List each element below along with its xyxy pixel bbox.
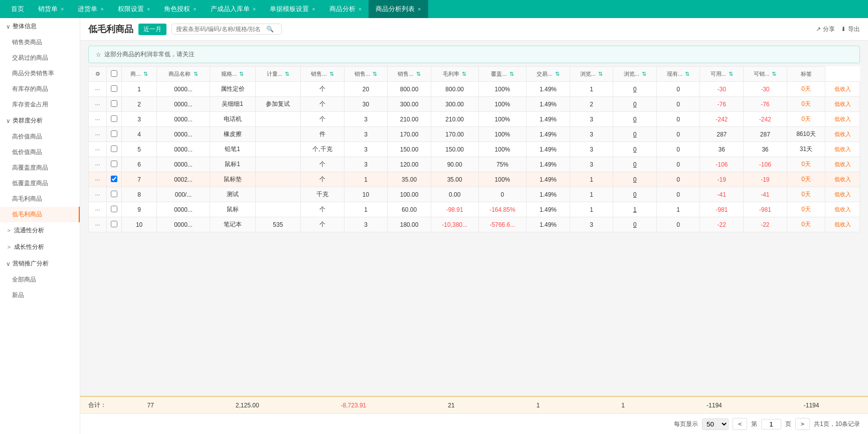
col-transactions[interactable]: 交易... ⇅ bbox=[527, 67, 570, 82]
sidebar-item-inventory-goods[interactable]: 有库存的商品 bbox=[0, 81, 80, 97]
views1-link[interactable]: 0 bbox=[633, 221, 637, 228]
col-views1[interactable]: 浏览... ⇅ bbox=[570, 67, 613, 82]
sidebar-item-low-margin[interactable]: 低毛利商品 bbox=[0, 207, 80, 222]
views1-link[interactable]: 0 bbox=[633, 161, 637, 168]
cell-checkbox[interactable] bbox=[107, 172, 122, 187]
row-checkbox[interactable] bbox=[111, 221, 117, 227]
views1-link[interactable]: 0 bbox=[633, 116, 637, 123]
row-checkbox[interactable] bbox=[111, 176, 117, 182]
sidebar-item-traded-goods[interactable]: 交易过的商品 bbox=[0, 50, 80, 66]
sidebar-section-cluster-title[interactable]: ∨ 类群度分析 bbox=[0, 112, 80, 129]
cell-checkbox[interactable] bbox=[107, 127, 122, 142]
cell-views1[interactable]: 0 bbox=[613, 82, 657, 97]
sidebar-item-sales-goods[interactable]: 销售类商品 bbox=[0, 35, 80, 50]
per-page-select[interactable]: 10 20 50 100 bbox=[702, 418, 729, 430]
sidebar-item-low-value[interactable]: 低价值商品 bbox=[0, 144, 80, 160]
nav-product-analysis[interactable]: 商品分析 × bbox=[322, 0, 369, 18]
nav-purchase-order[interactable]: 进货单 × bbox=[71, 0, 110, 18]
cell-settings[interactable]: ··· bbox=[89, 217, 107, 232]
time-filter-button[interactable]: 近一月 bbox=[138, 24, 166, 35]
sidebar-section-growth-title[interactable]: ＞ 成长性分析 bbox=[0, 239, 80, 255]
views1-link[interactable]: 0 bbox=[633, 191, 637, 198]
sidebar-item-all-goods[interactable]: 全部商品 bbox=[0, 272, 80, 287]
nav-sales-order[interactable]: 销货单 × bbox=[31, 0, 71, 18]
nav-role-auth[interactable]: 角色授权 × bbox=[157, 0, 203, 18]
views1-link[interactable]: 1 bbox=[633, 206, 637, 213]
nav-permission-settings[interactable]: 权限设置 × bbox=[111, 0, 157, 18]
cell-views1[interactable]: 0 bbox=[613, 112, 657, 127]
cell-checkbox[interactable] bbox=[107, 157, 122, 172]
sidebar-item-capital-usage[interactable]: 库存资金占用 bbox=[0, 97, 80, 112]
cell-views1[interactable]: 0 bbox=[613, 157, 657, 172]
sidebar-item-high-value[interactable]: 高价值商品 bbox=[0, 129, 80, 144]
cell-settings[interactable]: ··· bbox=[89, 172, 107, 187]
col-gross-margin[interactable]: 毛利率 ⇅ bbox=[431, 67, 478, 82]
cell-settings[interactable]: ··· bbox=[89, 82, 107, 97]
close-icon[interactable]: × bbox=[418, 6, 421, 12]
close-icon[interactable]: × bbox=[359, 6, 362, 12]
col-sales-profit[interactable]: 销售... ⇅ bbox=[388, 67, 431, 82]
close-icon[interactable]: × bbox=[253, 6, 256, 12]
row-checkbox[interactable] bbox=[111, 115, 117, 122]
cell-settings[interactable]: ··· bbox=[89, 202, 107, 217]
sidebar-item-category-rate[interactable]: 商品分类销售率 bbox=[0, 66, 80, 81]
sidebar-item-high-coverage[interactable]: 高覆盖度商品 bbox=[0, 160, 80, 176]
cell-views1[interactable]: 1 bbox=[613, 202, 657, 217]
cell-checkbox[interactable] bbox=[107, 202, 122, 217]
sidebar-section-marketing-title[interactable]: ∨ 营销推广分析 bbox=[0, 255, 80, 272]
views1-link[interactable]: 0 bbox=[633, 101, 637, 108]
cell-settings[interactable]: ··· bbox=[89, 127, 107, 142]
search-icon[interactable]: 🔍 bbox=[266, 26, 274, 33]
nav-product-analysis-list[interactable]: 商品分析列表 × bbox=[369, 0, 428, 18]
views1-link[interactable]: 0 bbox=[633, 86, 637, 93]
row-checkbox[interactable] bbox=[111, 130, 117, 137]
cell-checkbox[interactable] bbox=[107, 82, 122, 97]
col-coverage[interactable]: 覆盖... ⇅ bbox=[478, 67, 527, 82]
col-code[interactable]: 商... ⇅ bbox=[122, 67, 157, 82]
col-checkbox[interactable] bbox=[107, 67, 122, 82]
nav-home[interactable]: 首页 bbox=[4, 0, 31, 18]
col-current-stock[interactable]: 现有... ⇅ bbox=[656, 67, 700, 82]
sidebar-item-high-margin[interactable]: 高毛利商品 bbox=[0, 191, 80, 207]
row-checkbox[interactable] bbox=[111, 100, 117, 107]
col-sales-price[interactable]: 销售... ⇅ bbox=[344, 67, 388, 82]
share-button[interactable]: ↗ 分享 bbox=[816, 25, 835, 34]
nav-template-settings[interactable]: 单据模板设置 × bbox=[263, 0, 322, 18]
cell-views1[interactable]: 0 bbox=[613, 127, 657, 142]
row-checkbox[interactable] bbox=[111, 206, 117, 212]
close-icon[interactable]: × bbox=[193, 6, 196, 12]
search-input[interactable] bbox=[176, 26, 266, 33]
cell-settings[interactable]: ··· bbox=[89, 112, 107, 127]
cell-settings[interactable]: ··· bbox=[89, 187, 107, 202]
cell-views1[interactable]: 0 bbox=[613, 217, 657, 232]
col-views2[interactable]: 浏览... ⇅ bbox=[613, 67, 657, 82]
cell-checkbox[interactable] bbox=[107, 217, 122, 232]
row-checkbox[interactable] bbox=[111, 85, 117, 92]
cell-settings[interactable]: ··· bbox=[89, 142, 107, 157]
cell-views1[interactable]: 0 bbox=[613, 172, 657, 187]
close-icon[interactable]: × bbox=[147, 6, 150, 12]
sidebar-section-flow-title[interactable]: ＞ 流通性分析 bbox=[0, 222, 80, 239]
views1-link[interactable]: 0 bbox=[633, 176, 637, 183]
cell-checkbox[interactable] bbox=[107, 97, 122, 112]
select-all-checkbox[interactable] bbox=[111, 70, 117, 77]
col-settings[interactable]: ⚙ bbox=[89, 67, 107, 82]
sidebar-item-low-coverage[interactable]: 低覆盖度商品 bbox=[0, 176, 80, 191]
export-button[interactable]: ⬇ 导出 bbox=[841, 25, 860, 34]
col-available-stock[interactable]: 可用... ⇅ bbox=[700, 67, 744, 82]
views1-link[interactable]: 0 bbox=[633, 146, 637, 153]
close-icon[interactable]: × bbox=[312, 6, 315, 12]
next-page-button[interactable]: ＞ bbox=[795, 418, 810, 430]
cell-settings[interactable]: ··· bbox=[89, 97, 107, 112]
cell-checkbox[interactable] bbox=[107, 112, 122, 127]
close-icon[interactable]: × bbox=[100, 6, 103, 12]
sidebar-item-new-goods[interactable]: 新品 bbox=[0, 287, 80, 303]
sidebar-section-overall-title[interactable]: ∨ 整体信息 bbox=[0, 18, 80, 35]
cell-checkbox[interactable] bbox=[107, 142, 122, 157]
row-checkbox[interactable] bbox=[111, 146, 117, 152]
col-unit[interactable]: 计量... ⇅ bbox=[255, 67, 301, 82]
views1-link[interactable]: 0 bbox=[633, 131, 637, 138]
col-name[interactable]: 商品名称 ⇅ bbox=[157, 67, 210, 82]
col-saleable-days[interactable]: 可销... ⇅ bbox=[744, 67, 787, 82]
col-sales-qty[interactable]: 销售... ⇅ bbox=[301, 67, 344, 82]
